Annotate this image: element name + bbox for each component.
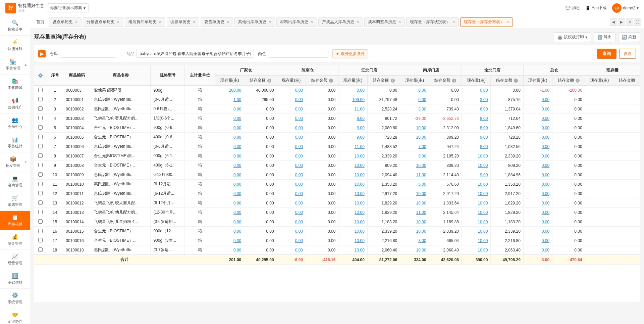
row-na-stock[interactable]: -39.00	[400, 114, 429, 123]
tab-stock-status[interactable]: 现存量（库存状况表） ✕	[406, 17, 459, 27]
row-checkbox[interactable]	[38, 191, 43, 195]
row-checkbox[interactable]	[38, 106, 43, 111]
user-profile[interactable]: Ea demo2 ▾	[612, 3, 639, 13]
tab-prev-btn[interactable]: ◀	[610, 18, 617, 26]
row-jb-stock[interactable]: 10.00	[338, 245, 367, 255]
row-jb-stock[interactable]: 109.00	[338, 95, 367, 104]
row-jb-stock[interactable]: 10.00	[338, 180, 367, 189]
store-selector[interactable]: 母婴行业演示陈套 ▾	[47, 3, 89, 12]
row-yb-stock[interactable]: 10.00	[462, 198, 491, 208]
sidebar-item-inventory[interactable]: 📋 库存核算	[0, 211, 30, 230]
row-na-stock[interactable]: 10.00	[400, 227, 429, 236]
tab-stocktaking2[interactable]: 分量盘点单历史 ✕	[83, 17, 123, 27]
row-total-stock[interactable]: 0.00	[523, 180, 552, 189]
close-icon[interactable]: ✕	[117, 20, 120, 24]
row-na-stock[interactable]: 7.00	[400, 142, 429, 151]
warehouse-input[interactable]	[60, 50, 116, 58]
row-f-stock[interactable]: 0.00	[215, 133, 244, 142]
row-checkbox-cell[interactable]	[34, 123, 47, 133]
tab-cost-adjust[interactable]: 成本调整单历史 ✕	[364, 17, 405, 27]
row-cn-stock[interactable]: 0.00	[277, 198, 306, 208]
sidebar-item-search[interactable]: 🔍 搜索英单	[0, 16, 30, 36]
row-yb-stock[interactable]: 3.00	[462, 95, 491, 104]
row-cn-stock[interactable]: 0.00	[277, 245, 306, 255]
row-cn-stock[interactable]: 0.00	[277, 133, 306, 142]
row-total-stock[interactable]: 0.00	[523, 104, 552, 114]
sidebar-item-enterprise[interactable]: 🤝 企业协同	[0, 308, 30, 324]
row-checkbox-cell[interactable]	[34, 189, 47, 198]
row-checkbox[interactable]	[38, 219, 43, 224]
close-icon[interactable]: ✕	[452, 20, 455, 24]
row-na-stock[interactable]: 11.00	[400, 208, 429, 217]
sidebar-item-quicknav[interactable]: ⚡ 快捷导航	[0, 36, 30, 55]
row-checkbox[interactable]	[38, 97, 43, 101]
row-cn-stock[interactable]: 0.00	[277, 114, 306, 123]
row-checkbox[interactable]	[38, 247, 43, 252]
row-total-stock[interactable]: 0.00	[523, 170, 552, 180]
row-na-stock[interactable]: 3.00	[400, 236, 429, 245]
row-f-stock[interactable]: 0.00	[215, 208, 244, 217]
row-f-stock[interactable]: 1.00	[215, 95, 244, 104]
tab-other-out[interactable]: 其他出库单历史 ✕	[234, 17, 275, 27]
row-checkbox[interactable]	[38, 125, 43, 130]
row-cn-stock[interactable]: 0.00	[277, 95, 306, 104]
row-cn-stock[interactable]: 0.00	[277, 104, 306, 114]
info-icon[interactable]: i	[267, 79, 271, 83]
row-f-stock[interactable]: 0.00	[215, 161, 244, 170]
tab-requisition[interactable]: 要货单历史 ✕	[201, 17, 233, 27]
row-cn-stock[interactable]: 0.00	[277, 86, 306, 95]
row-jb-stock[interactable]: 9.00	[338, 133, 367, 142]
row-checkbox-cell[interactable]	[34, 114, 47, 123]
row-checkbox[interactable]	[38, 238, 43, 242]
row-jb-stock[interactable]: 10.00	[338, 208, 367, 217]
row-cn-stock[interactable]: 0.00	[277, 123, 306, 133]
row-cn-stock[interactable]: 0.00	[277, 151, 306, 161]
row-jb-stock[interactable]: 10.00	[338, 189, 367, 198]
row-na-stock[interactable]: 3.00	[400, 104, 429, 114]
close-icon[interactable]: ✕	[356, 20, 359, 24]
row-cn-stock[interactable]: 0.00	[277, 170, 306, 180]
row-jb-stock[interactable]: 0.00	[338, 86, 367, 95]
row-f-stock[interactable]: 0.00	[215, 217, 244, 227]
row-cn-stock[interactable]: 0.00	[277, 161, 306, 170]
tab-material-out[interactable]: 材料出库单历史 ✕	[276, 17, 317, 27]
sidebar-item-retail-stats[interactable]: 📊 零售统计	[0, 133, 30, 152]
row-jb-stock[interactable]: 10.00	[338, 217, 367, 227]
row-jb-stock[interactable]: 9.00	[338, 123, 367, 133]
tab-expand-btn[interactable]: ⛶	[634, 18, 641, 26]
row-total-stock[interactable]: 0.00	[523, 198, 552, 208]
sidebar-item-marketing[interactable]: 📢 营销推广	[0, 94, 30, 113]
row-na-stock[interactable]: 10.00	[400, 217, 429, 227]
row-total-stock[interactable]: 0.00	[523, 123, 552, 133]
row-yb-stock[interactable]: 10.00	[462, 189, 491, 198]
row-total-stock[interactable]: 0.00	[523, 151, 552, 161]
filter-toggle-btn[interactable]: ▶	[38, 50, 46, 57]
row-f-stock[interactable]: 0.00	[215, 245, 244, 255]
row-checkbox[interactable]	[38, 182, 43, 186]
close-icon[interactable]: ✕	[506, 20, 509, 24]
row-total-stock[interactable]: 0.00	[523, 161, 552, 170]
row-na-stock[interactable]: 0.00	[400, 86, 429, 95]
query-btn[interactable]: 查询	[597, 49, 616, 59]
info-icon3[interactable]: i	[391, 79, 395, 83]
row-na-stock[interactable]: 5.00	[400, 180, 429, 189]
product-input[interactable]	[137, 50, 254, 58]
row-yb-stock[interactable]: 10.00	[462, 217, 491, 227]
row-yb-stock[interactable]: 10.00	[462, 227, 491, 236]
close-icon[interactable]: ✕	[310, 20, 313, 24]
row-f-stock[interactable]: 0.00	[215, 114, 244, 123]
sidebar-item-basic-info[interactable]: ℹ️ 基础信息	[0, 269, 30, 289]
row-f-stock[interactable]: 0.00	[215, 151, 244, 161]
row-checkbox-cell[interactable]	[34, 86, 47, 95]
row-na-stock[interactable]: 0.00	[400, 95, 429, 104]
row-jb-stock[interactable]: 10.00	[338, 227, 367, 236]
tab-stock-dist[interactable]: 现存量（库存分布表） ✕	[460, 17, 513, 27]
row-checkbox-cell[interactable]	[34, 142, 47, 151]
row-checkbox-cell[interactable]	[34, 170, 47, 180]
row-jb-stock[interactable]: 10.00	[338, 236, 367, 245]
row-checkbox[interactable]	[38, 172, 43, 177]
row-total-stock[interactable]: 0.00	[523, 227, 552, 236]
close-icon[interactable]: ✕	[75, 20, 78, 24]
sidebar-item-member[interactable]: 👥 会员中心	[0, 113, 30, 133]
sidebar-item-operations[interactable]: 📈 经营管理	[0, 250, 30, 269]
